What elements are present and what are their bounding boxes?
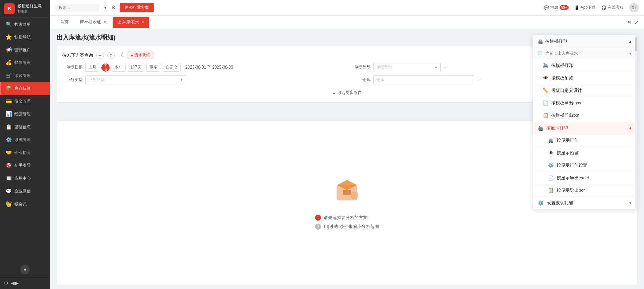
dropdown-item-display-pdf[interactable]: 📋 按显示导出pdf — [533, 184, 637, 197]
sidebar-item-operations[interactable]: 📊 经营管理 — [0, 108, 50, 121]
dropdown-item-template-pdf[interactable]: 📋 按模板导出pdf — [533, 109, 637, 122]
set-default-icon: ⚙️ — [538, 200, 544, 206]
date-quick-group: 上月 本月 本年 近7天 更多 自定义 2023-06-01 至 2023-06… — [85, 63, 233, 72]
tab-batch-close[interactable]: ✕ — [104, 20, 107, 24]
dropdown-arrow: ▲ — [628, 39, 632, 44]
dropdown-item-template-design[interactable]: ✏️ 模板自定义设计 — [533, 84, 637, 97]
dropdown-item-template-preview[interactable]: 👁️ 按模板预览 — [533, 72, 637, 84]
basic-icon: 📋 — [6, 124, 12, 130]
dropdown-item-display-print-settings[interactable]: ⚙️ 按显示打印设置 — [533, 159, 637, 172]
sidebar-bottom: ⚙ ◀▶ — [0, 277, 50, 289]
date-custom-button[interactable]: 自定义 — [163, 63, 181, 72]
sidebar-item-marketing[interactable]: 📢 营销推广 — [0, 44, 50, 56]
dropdown-item-template-excel[interactable]: 📄 按模板导出excel — [533, 97, 637, 109]
current-arrow: ▼ — [628, 51, 632, 56]
tab-flow-close[interactable]: ✕ — [141, 20, 144, 24]
topbar: ▼ ⚙ 体验行业方案 💬 消息 99+ 📱 App下载 🎧 在线客服 Rit — [50, 0, 644, 16]
dropdown-header[interactable]: 🖨️ 按模板打印 ▲ — [533, 35, 637, 48]
doc-type-select[interactable]: 单据类型 ▼ — [373, 63, 441, 72]
dropdown-current[interactable]: 📄 当前：出入库流水 ▼ — [533, 48, 637, 59]
filter-tag-icon: ● — [130, 53, 133, 58]
scrollbar-track[interactable] — [635, 35, 637, 209]
scrollbar-thumb[interactable] — [635, 37, 637, 51]
warehouse-more[interactable]: ··· — [477, 77, 481, 83]
close-tab-button[interactable]: ✕ — [627, 19, 632, 25]
sidebar-item-finance[interactable]: 💳 资金管理 — [0, 95, 50, 108]
date-label: 单据日期 — [62, 64, 83, 70]
doc-type-more[interactable]: ··· — [443, 64, 448, 71]
sidebar-item-search[interactable]: 🔍 搜索菜单 — [0, 18, 50, 31]
system-icon: ⚙️ — [6, 137, 12, 143]
dropdown-item-display-preview[interactable]: 👁️ 按显示预览 — [533, 147, 637, 159]
sidebar-item-shortcut[interactable]: ⭐ 快捷导航 — [0, 31, 50, 44]
current-label: 📄 当前：出入库流水 — [538, 51, 578, 56]
sidebar-item-member[interactable]: 👑 畅会员 — [0, 198, 50, 210]
app-download-button[interactable]: 📱 App下载 — [574, 5, 596, 10]
template-design-icon: ✏️ — [543, 88, 548, 93]
filter-settings-button[interactable]: ⚙ — [107, 52, 115, 59]
filter-tag[interactable]: ● 流水明细 — [127, 51, 154, 59]
step-1-text: 请先选择要分析的方案 — [324, 215, 368, 221]
svg-rect-4 — [351, 192, 358, 199]
sidebar-item-basic[interactable]: 📋 基础信息 — [0, 121, 50, 133]
sidebar-item-enterprise[interactable]: 🤝 企业协同 — [0, 146, 50, 159]
collapse-sidebar-button[interactable]: ◀▶ — [11, 280, 19, 286]
date-last-7-days-button[interactable]: 近7天 — [128, 63, 144, 72]
template-print-icon: 🖨️ — [543, 63, 548, 68]
headset-icon: 🎧 — [601, 5, 606, 10]
industry-solution-button[interactable]: 体验行业方案 — [120, 3, 154, 12]
dropdown-item-display-excel[interactable]: 📄 按显示导出excel — [533, 172, 637, 184]
date-last-month-button[interactable]: 上月 — [85, 63, 99, 72]
app-download-icon: 📱 — [574, 5, 579, 10]
dropdown-item-template-print[interactable]: 🖨️ 按模板打印 — [533, 59, 637, 72]
business-type-select[interactable]: 业务类型 ▼ — [85, 75, 186, 84]
date-this-year-button[interactable]: 本年 — [112, 63, 126, 72]
current-icon: 📄 — [538, 51, 543, 56]
date-range-text: 2023-06-01 至 2023-06-30 — [185, 64, 233, 70]
sidebar-item-purchase[interactable]: 🛒 采购管理 — [0, 69, 50, 82]
gear-icon[interactable]: ⚙ — [111, 4, 116, 11]
wechat-icon: 💬 — [6, 188, 12, 194]
sidebar-item-sales[interactable]: 💰 销售管理 — [0, 56, 50, 69]
operations-icon: 📊 — [6, 111, 12, 117]
sidebar-item-system[interactable]: ⚙️ 系统管理 — [0, 133, 50, 146]
sidebar-item-apps[interactable]: 🔲 应用中心 — [0, 172, 50, 185]
tab-batch[interactable]: 库存批次账 ✕ — [75, 17, 111, 28]
message-button[interactable]: 💬 消息 99+ — [544, 5, 569, 10]
topbar-left: ▼ ⚙ 体验行业方案 — [55, 3, 154, 12]
dropdown-section-display-print[interactable]: 🖨️ 按显示打印 ▲ — [533, 122, 637, 134]
sidebar-scroll-down[interactable]: ▼ — [20, 265, 30, 274]
expand-tab-button[interactable]: ⤢ — [634, 19, 639, 25]
logo-sub: 标准版 — [18, 9, 42, 14]
logo-icon: B — [4, 3, 15, 14]
sidebar-item-inventory[interactable]: 📦 库存核算 — [0, 82, 50, 95]
breadcrumb-dropdown-button[interactable]: ▼ — [103, 5, 107, 10]
date-this-month-button[interactable]: 本月 — [101, 63, 110, 72]
sidebar-item-guide[interactable]: 🎯 新手引导 — [0, 159, 50, 172]
dropdown-set-default[interactable]: ⚙️ 设置默认功能 ▼ — [533, 197, 637, 209]
template-preview-icon: 👁️ — [543, 75, 548, 81]
date-more-button[interactable]: 更多 — [146, 63, 160, 72]
sidebar: B 畅捷通好生意 标准版 🔍 搜索菜单 ⭐ 快捷导航 📢 营销推广 💰 销售管理… — [0, 0, 50, 289]
svg-rect-2 — [343, 190, 351, 195]
message-icon: 💬 — [544, 5, 549, 10]
filter-add-button[interactable]: + — [96, 52, 104, 59]
dropdown-item-display-print[interactable]: 🖨️ 按显示打印 — [533, 134, 637, 147]
display-preview-icon: 👁️ — [548, 150, 553, 156]
empty-steps: 1 请先选择要分析的方案 2 用[过滤]条件来缩小分析范围 — [315, 215, 379, 230]
tab-flow[interactable]: 出入库流水 ✕ — [113, 17, 149, 28]
topbar-right: 💬 消息 99+ 📱 App下载 🎧 在线客服 Rit — [544, 3, 639, 12]
settings-button[interactable]: ⚙ — [4, 280, 8, 286]
step-2-text: 用[过滤]条件来缩小分析范围 — [324, 224, 379, 230]
online-service-button[interactable]: 🎧 在线客服 — [601, 5, 624, 10]
avatar[interactable]: Rit — [629, 3, 639, 12]
tab-home[interactable]: 首页 — [55, 17, 74, 28]
filter-collapse-button[interactable]: 《 — [118, 52, 123, 59]
filter-date-field: 单据日期 上月 本月 本年 近7天 更多 自定义 2023-06-01 至 20… — [62, 63, 344, 72]
sidebar-item-wechat[interactable]: 💬 企业微信 — [0, 185, 50, 198]
warehouse-select[interactable]: 仓库 — [373, 75, 474, 84]
print-header-icon: 🖨️ — [538, 39, 543, 44]
business-type-chevron-icon: ▼ — [180, 78, 183, 82]
breadcrumb-input[interactable] — [55, 4, 99, 11]
section-collapse-icon: ▲ — [628, 126, 632, 130]
